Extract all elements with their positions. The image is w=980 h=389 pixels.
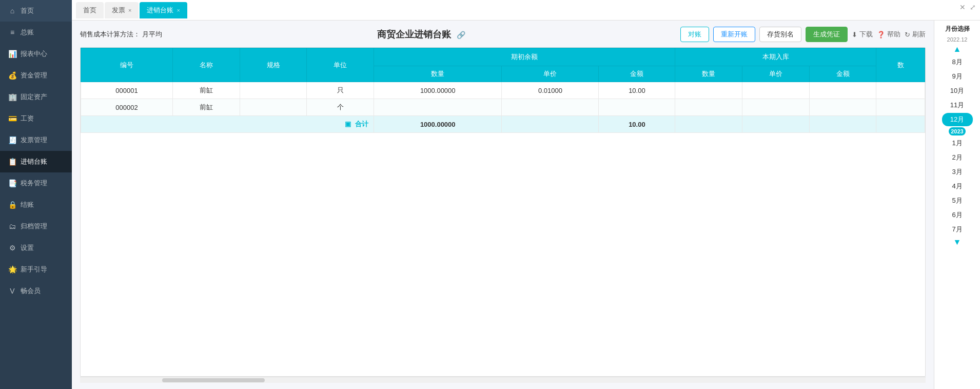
settings-icon: ⚙ — [8, 244, 16, 252]
sidebar-item-membership[interactable]: V 畅会员 — [0, 280, 72, 302]
sidebar-item-payroll[interactable]: 💳 工资 — [0, 108, 72, 129]
cell-opening-qty — [374, 99, 502, 116]
cell-code: 000002 — [81, 99, 173, 116]
total-in-price — [742, 116, 810, 133]
month-item-6[interactable]: 6月 — [942, 208, 973, 222]
sidebar-item-home[interactable]: ⌂ 首页 — [0, 0, 72, 22]
month-panel: 月份选择 2022.12 ▲ 8月 9月 10月 11月 12月 2023 1月… — [934, 21, 980, 389]
total-in-amount — [809, 116, 876, 133]
sidebar-item-fund-management[interactable]: 💰 资金管理 — [0, 65, 72, 86]
sidebar-item-label: 畅会员 — [21, 286, 41, 296]
download-icon: ⬇ — [852, 31, 857, 38]
payroll-icon: 💳 — [8, 114, 16, 123]
sidebar-item-label: 报表中心 — [21, 49, 47, 59]
month-item-2[interactable]: 2月 — [942, 151, 973, 164]
scroll-thumb[interactable] — [162, 378, 265, 382]
total-opening-amount: 10.00 — [599, 116, 675, 133]
reopen-button[interactable]: 重新开账 — [713, 27, 755, 42]
sidebar-item-closing[interactable]: 🔒 结账 — [0, 194, 72, 216]
tab-inventory-label: 进销台账 — [147, 6, 173, 15]
col-opening-balance: 期初余额 — [374, 48, 675, 66]
cell-opening-price — [502, 99, 599, 116]
invoice-icon: 🧾 — [8, 136, 16, 144]
year-2022-label: 2022.12 — [947, 36, 968, 43]
sidebar-item-tax-management[interactable]: 📑 税务管理 — [0, 172, 72, 194]
title-link-icon[interactable]: 🔗 — [457, 31, 465, 39]
sidebar-item-inventory[interactable]: 📋 进销台账 — [0, 151, 72, 172]
cell-spec — [240, 99, 307, 116]
cell-unit: 只 — [307, 82, 374, 99]
cell-in-qty — [675, 99, 742, 116]
tab-invoice-label: 发票 — [112, 6, 125, 15]
inventory-icon: 📋 — [8, 158, 16, 166]
month-item-11[interactable]: 11月 — [942, 99, 973, 112]
month-item-9[interactable]: 9月 — [942, 70, 973, 83]
close-window-button[interactable]: ✕ — [959, 3, 966, 11]
sidebar-item-label: 进销台账 — [21, 157, 47, 166]
month-item-3[interactable]: 3月 — [942, 165, 973, 179]
month-item-12[interactable]: 12月 — [942, 113, 973, 126]
tab-bar: 首页 发票 × 进销台账 × — [72, 0, 980, 21]
total-row: ▣ 合计 1000.00000 10.00 — [81, 116, 925, 133]
generate-voucher-button[interactable]: 生成凭证 — [806, 27, 848, 42]
tab-home[interactable]: 首页 — [76, 2, 104, 18]
ledger-icon: ≡ — [8, 28, 16, 36]
sidebar-item-label: 设置 — [21, 243, 34, 252]
sidebar-item-fixed-assets[interactable]: 🏢 固定资产 — [0, 86, 72, 108]
tab-invoice-close[interactable]: × — [128, 7, 131, 13]
col-in-amount: 金额 — [809, 66, 876, 82]
sidebar-item-general-ledger[interactable]: ≡ 总账 — [0, 22, 72, 43]
save-alias-button[interactable]: 存货别名 — [759, 27, 801, 42]
month-item-4[interactable]: 4月 — [942, 180, 973, 193]
sidebar-item-label: 总账 — [21, 28, 34, 37]
help-button[interactable]: ❓ 帮助 — [877, 30, 900, 39]
cell-name: 前缸 — [173, 99, 240, 116]
tab-inventory[interactable]: 进销台账 × — [140, 2, 187, 18]
month-item-1[interactable]: 1月 — [942, 137, 973, 150]
inventory-table: 编号 名称 规格 单位 期初余额 本期入库 数 数量 单价 金额 数 — [81, 48, 925, 133]
month-item-5[interactable]: 5月 — [942, 194, 973, 207]
sidebar-item-settings[interactable]: ⚙ 设置 — [0, 237, 72, 259]
horizontal-scrollbar[interactable] — [80, 377, 926, 383]
col-extra: 数 — [876, 48, 925, 82]
download-button[interactable]: ⬇ 下载 — [852, 30, 873, 39]
fund-icon: 💰 — [8, 71, 16, 80]
total-label: ▣ 合计 — [81, 116, 374, 133]
tab-inventory-close[interactable]: × — [177, 7, 180, 13]
cell-name: 前缸 — [173, 82, 240, 99]
cell-spec — [240, 82, 307, 99]
sidebar-item-invoice-management[interactable]: 🧾 发票管理 — [0, 129, 72, 151]
col-opening-qty: 数量 — [374, 66, 502, 82]
membership-icon: V — [8, 287, 16, 295]
month-scroll-up[interactable]: ▲ — [952, 44, 963, 55]
cell-opening-amount: 10.00 — [599, 82, 675, 99]
maximize-window-button[interactable]: ⤢ — [970, 3, 976, 11]
guide-icon: 🌟 — [8, 265, 16, 274]
sidebar-item-archive[interactable]: 🗂 归档管理 — [0, 216, 72, 237]
report-icon: 📊 — [8, 50, 16, 58]
month-item-7[interactable]: 7月 — [942, 223, 973, 236]
month-item-8[interactable]: 8月 — [942, 55, 973, 69]
col-in-qty: 数量 — [675, 66, 742, 82]
cell-in-amount — [809, 99, 876, 116]
sidebar-item-report-center[interactable]: 📊 报表中心 — [0, 43, 72, 65]
cell-opening-price: 0.01000 — [502, 82, 599, 99]
refresh-button[interactable]: ↻ 刷新 — [905, 30, 926, 39]
tax-icon: 📑 — [8, 179, 16, 187]
table-row: 000002 前缸 个 — [81, 99, 925, 116]
month-item-10[interactable]: 10月 — [942, 84, 973, 98]
col-in-price: 单价 — [742, 66, 810, 82]
sidebar-item-label: 工资 — [21, 114, 34, 123]
col-name: 名称 — [173, 48, 240, 82]
refresh-icon: ↻ — [905, 31, 910, 38]
reconcile-button[interactable]: 对账 — [680, 27, 709, 42]
cell-in-price — [742, 99, 810, 116]
inventory-table-container[interactable]: 编号 名称 规格 单位 期初余额 本期入库 数 数量 单价 金额 数 — [80, 47, 926, 377]
total-in-qty — [675, 116, 742, 133]
help-icon: ❓ — [877, 31, 885, 38]
sidebar-item-beginner-guide[interactable]: 🌟 新手引导 — [0, 259, 72, 280]
archive-icon: 🗂 — [8, 222, 16, 230]
month-scroll-down[interactable]: ▼ — [952, 237, 963, 248]
tab-invoice[interactable]: 发票 × — [105, 2, 139, 18]
page-header: 销售成本计算方法： 月平均 商贸企业进销台账 🔗 对账 重新开账 存货别名 生成… — [80, 27, 926, 42]
